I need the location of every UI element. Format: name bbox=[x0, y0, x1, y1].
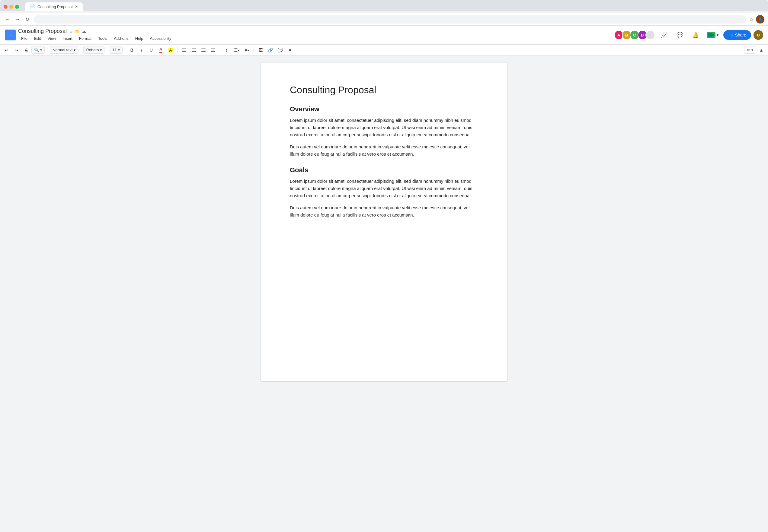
menu-edit[interactable]: Edit bbox=[31, 35, 44, 42]
numbered-list-button[interactable]: # bbox=[243, 46, 251, 54]
doc-scroll-area[interactable]: Consulting Proposal Overview Lorem ipsum… bbox=[0, 55, 768, 532]
style-dropdown[interactable]: Normal text bbox=[50, 46, 78, 54]
menu-addons[interactable]: Add-ons bbox=[111, 35, 131, 42]
style-label: Normal text bbox=[52, 48, 72, 52]
share-label: Share bbox=[735, 33, 746, 37]
collab-area: A B C D + 📈 💬 🔔 ▾ 👥 Share bbox=[614, 30, 763, 40]
menu-help[interactable]: Help bbox=[132, 35, 146, 42]
menu-tools[interactable]: Tools bbox=[95, 35, 110, 42]
document-page: Consulting Proposal Overview Lorem ipsum… bbox=[261, 63, 507, 381]
bullet-list-button[interactable]: ☰ bbox=[232, 46, 242, 54]
bullet-list-chevron bbox=[238, 48, 240, 52]
menu-accessibility[interactable]: Accessibility bbox=[147, 35, 174, 42]
redo-button[interactable]: ↪ bbox=[12, 46, 21, 54]
refresh-button[interactable]: ↻ bbox=[24, 15, 30, 24]
maximize-button[interactable] bbox=[15, 5, 19, 9]
size-dropdown[interactable]: 11 bbox=[109, 46, 122, 54]
zoom-dropdown[interactable]: 🔍 bbox=[31, 46, 45, 54]
bullet-list-icon: ☰ bbox=[234, 48, 238, 52]
bold-button[interactable]: B bbox=[128, 46, 136, 54]
menu-file[interactable]: File bbox=[18, 35, 30, 42]
tab-close-button[interactable]: ✕ bbox=[75, 5, 78, 9]
docs-app-icon: ≡ bbox=[5, 30, 16, 40]
edit-mode-area: ✏ ▲ bbox=[744, 46, 766, 54]
docs-title: Consulting Proposal ☆ 📁 ☁ bbox=[18, 28, 612, 34]
svg-rect-0 bbox=[708, 33, 713, 37]
print-button[interactable]: 🖨 bbox=[22, 46, 30, 54]
style-chevron bbox=[74, 48, 75, 52]
text-color-button[interactable]: A bbox=[157, 46, 165, 54]
collapse-toolbar-button[interactable]: ▲ bbox=[757, 46, 766, 54]
menu-view[interactable]: View bbox=[44, 35, 59, 42]
traffic-lights bbox=[4, 5, 19, 9]
address-bar-row: ← → ↻ ☆ 👤 bbox=[0, 13, 768, 26]
browser-controls: 📄 Consulting Proposal ✕ bbox=[4, 2, 764, 11]
forward-button[interactable]: → bbox=[14, 15, 21, 23]
highlight-label: A bbox=[168, 48, 172, 52]
underline-button[interactable]: U bbox=[147, 46, 155, 54]
analytics-button[interactable]: 📈 bbox=[658, 30, 671, 40]
highlight-button[interactable]: A bbox=[166, 46, 175, 54]
meet-icon bbox=[707, 32, 716, 38]
size-label: 11 bbox=[112, 48, 116, 52]
meet-button[interactable]: ▾ bbox=[705, 31, 721, 39]
user-avatar[interactable]: U bbox=[754, 30, 763, 40]
tab-bar: 📄 Consulting Proposal ✕ bbox=[25, 2, 83, 11]
italic-button[interactable]: I bbox=[137, 46, 146, 54]
svg-rect-6 bbox=[192, 51, 196, 52]
tab-doc-icon: 📄 bbox=[30, 4, 35, 9]
align-left-button[interactable] bbox=[180, 46, 188, 54]
share-icon: 👥 bbox=[728, 33, 733, 37]
size-chevron bbox=[118, 48, 120, 52]
edit-mode-button[interactable]: ✏ bbox=[744, 46, 756, 54]
clear-format-button[interactable]: ✕ bbox=[286, 46, 294, 54]
folder-icon[interactable]: 📁 bbox=[75, 29, 80, 34]
svg-rect-12 bbox=[211, 51, 215, 52]
font-dropdown[interactable]: Roboto bbox=[83, 46, 104, 54]
goals-paragraph-2: Duis autem vel eum iriure dolor in hendr… bbox=[290, 204, 478, 219]
font-label: Roboto bbox=[86, 48, 99, 52]
edit-mode-icon: ✏ bbox=[747, 48, 750, 52]
text-color-label: A bbox=[159, 47, 162, 53]
svg-rect-5 bbox=[192, 50, 195, 50]
minimize-button[interactable] bbox=[9, 5, 13, 9]
svg-rect-9 bbox=[202, 51, 206, 52]
undo-button[interactable]: ↩ bbox=[2, 46, 11, 54]
svg-rect-11 bbox=[211, 50, 215, 50]
address-input[interactable] bbox=[33, 15, 746, 24]
menu-insert[interactable]: Insert bbox=[59, 35, 75, 42]
bookmark-button[interactable]: ☆ bbox=[749, 17, 754, 22]
share-button[interactable]: 👥 Share bbox=[723, 30, 751, 40]
collaborator-extra: + bbox=[646, 30, 655, 40]
active-tab[interactable]: 📄 Consulting Proposal ✕ bbox=[25, 2, 83, 11]
star-icon[interactable]: ☆ bbox=[69, 29, 73, 34]
align-right-button[interactable] bbox=[199, 46, 208, 54]
justify-button[interactable] bbox=[209, 46, 218, 54]
doc-title-text[interactable]: Consulting Proposal bbox=[18, 28, 67, 34]
insert-comment-button[interactable]: 💬 bbox=[276, 46, 285, 54]
line-spacing-button[interactable]: ↕ bbox=[223, 46, 231, 54]
close-button[interactable] bbox=[4, 5, 8, 9]
insert-image-button[interactable]: 🖼 bbox=[256, 46, 265, 54]
document-title: Consulting Proposal bbox=[290, 84, 478, 96]
align-center-button[interactable] bbox=[189, 46, 198, 54]
svg-rect-2 bbox=[182, 50, 185, 50]
svg-rect-7 bbox=[202, 49, 206, 49]
docs-menu: File Edit View Insert Format Tools Add-o… bbox=[18, 35, 612, 42]
docs-title-area: Consulting Proposal ☆ 📁 ☁ File Edit View… bbox=[18, 28, 612, 42]
docs-header: ≡ Consulting Proposal ☆ 📁 ☁ File Edit Vi… bbox=[0, 26, 768, 45]
profile-button[interactable]: 👤 bbox=[756, 15, 764, 24]
insert-link-button[interactable]: 🔗 bbox=[266, 46, 275, 54]
menu-format[interactable]: Format bbox=[76, 35, 94, 42]
svg-rect-4 bbox=[192, 49, 196, 49]
numbered-list-icon: # bbox=[245, 48, 247, 52]
goals-section: Goals Lorem ipsum dolor sit amet, consec… bbox=[290, 166, 478, 219]
toolbar-sep-5 bbox=[177, 47, 177, 53]
back-button[interactable]: ← bbox=[4, 15, 11, 23]
svg-rect-3 bbox=[182, 51, 186, 52]
comments-button[interactable]: 💬 bbox=[673, 30, 687, 40]
notifications-button[interactable]: 🔔 bbox=[689, 30, 702, 40]
zoom-chevron bbox=[40, 48, 42, 52]
svg-rect-8 bbox=[203, 50, 206, 50]
svg-rect-10 bbox=[211, 49, 215, 49]
